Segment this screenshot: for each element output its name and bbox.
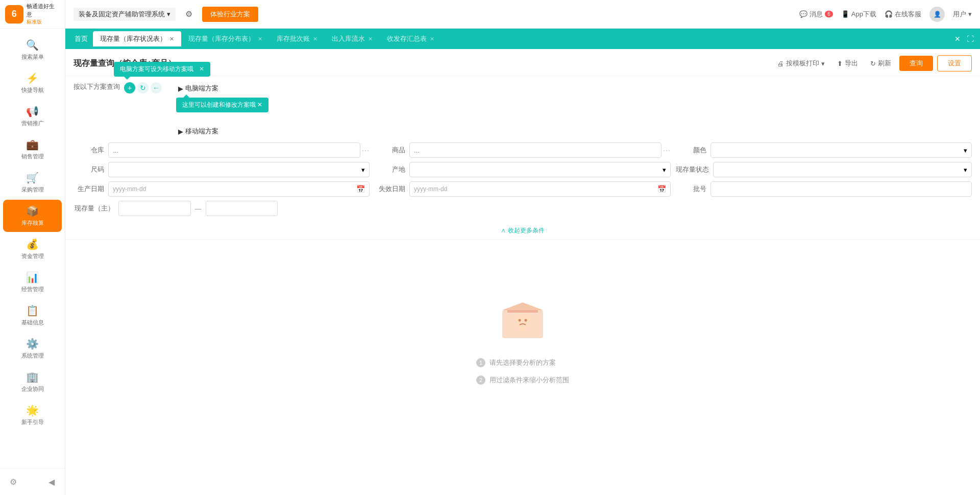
color-label: 颜色 <box>676 146 706 155</box>
avatar[interactable]: 👤 <box>929 7 945 22</box>
scheme-tooltip-pc-close[interactable]: ✕ <box>199 65 204 73</box>
warehouse-ellipsis[interactable]: ⋯ <box>361 146 370 155</box>
sidebar-item-finance[interactable]: 💰 资金管理 <box>3 233 62 265</box>
print-btn[interactable]: 🖨 按模板打印 ▾ <box>773 57 829 70</box>
industry-solution-btn[interactable]: 体验行业方案 <box>202 7 258 22</box>
newbie-icon: 🌟 <box>26 404 39 416</box>
tab-inventory-distribution[interactable]: 现存量（库存分布表） ✕ <box>181 31 270 46</box>
print-label: 按模板打印 <box>786 59 819 68</box>
user-label[interactable]: 用户 ▾ <box>953 10 972 19</box>
calendar-icon-expire[interactable]: 📅 <box>657 185 666 193</box>
empty-state: 1 请先选择要分析的方案 2 用过滤条件来缩小分析范围 <box>65 244 980 428</box>
stock-status-select[interactable]: ▾ <box>713 162 972 177</box>
chevron-down-icon: ▾ <box>167 10 170 18</box>
expire-date-input[interactable]: yyyy-mm-dd 📅 <box>409 181 671 197</box>
scheme-tooltip-create-text: 这里可以创建和修改方案哦 <box>182 101 256 108</box>
sidebar-item-search[interactable]: 🔍 搜索菜单 <box>3 34 62 66</box>
tab-inventory-status-close[interactable]: ✕ <box>169 36 174 42</box>
sidebar-label-sales: 销售管理 <box>21 153 44 160</box>
sidebar-item-marketing[interactable]: 📢 营销推广 <box>3 100 62 132</box>
sidebar-item-inventory[interactable]: 📦 库存核算 <box>3 200 62 232</box>
sidebar-item-operation[interactable]: 📊 经营管理 <box>3 266 62 298</box>
stock-range-max[interactable] <box>206 201 278 216</box>
origin-select[interactable]: ▾ <box>409 162 671 177</box>
warehouse-input[interactable] <box>108 143 360 158</box>
collapse-bar[interactable]: ∧ 收起更多条件 <box>65 222 980 240</box>
system-settings-btn[interactable]: ⚙ <box>181 6 197 22</box>
settings-btn-page[interactable]: 设置 <box>937 55 972 72</box>
sidebar-item-newbie[interactable]: 🌟 新手引导 <box>3 399 62 431</box>
sidebar-item-sales[interactable]: 💼 销售管理 <box>3 133 62 166</box>
inventory-icon: 📦 <box>26 205 39 217</box>
hint-num-2: 2 <box>476 375 485 385</box>
sidebar-item-purchase[interactable]: 🛒 采购管理 <box>3 167 62 199</box>
headset-icon: 🎧 <box>885 10 893 18</box>
header-right: 💬 消息 6 📱 App下载 🎧 在线客服 👤 用户 ▾ <box>799 7 972 22</box>
calendar-icon-produce[interactable]: 📅 <box>356 185 365 193</box>
pc-scheme-label: 电脑端方案 <box>185 84 218 93</box>
pc-scheme-arrow: ▶ <box>178 85 183 92</box>
add-scheme-btn[interactable]: + <box>124 82 135 93</box>
avatar-text: 👤 <box>934 11 941 18</box>
produce-date-input[interactable]: yyyy-mm-dd 📅 <box>108 181 370 197</box>
mobile-scheme-arrow: ▶ <box>178 128 183 135</box>
tab-batch-account-close[interactable]: ✕ <box>313 36 317 42</box>
system-selector[interactable]: 装备及固定资产辅助管理系统 ▾ <box>74 8 176 21</box>
tab-summary-label: 收发存汇总表 <box>387 34 427 43</box>
goods-input[interactable] <box>409 143 662 158</box>
stock-range-min[interactable] <box>118 201 191 216</box>
message-action[interactable]: 💬 消息 6 <box>799 10 833 19</box>
filter-stock-range-row: 现存量（主） — <box>74 201 278 216</box>
refresh-scheme-btn[interactable]: ↻ <box>137 82 149 93</box>
refresh-icon: ↻ <box>870 60 876 67</box>
scheme-node-mobile[interactable]: ▶ 移动端方案 <box>176 125 220 137</box>
filter-batch-row: 批号 <box>676 181 972 197</box>
sidebar-item-system[interactable]: ⚙️ 系统管理 <box>3 333 62 365</box>
size-select[interactable]: ▾ <box>108 162 370 177</box>
sidebar-footer: ⚙ ◀ <box>0 468 65 495</box>
tab-flow[interactable]: 出入库流水 ✕ <box>325 31 380 46</box>
collapse-sidebar-btn[interactable]: ◀ <box>44 475 59 489</box>
color-select[interactable]: ▾ <box>710 143 972 158</box>
query-btn[interactable]: 查询 <box>899 56 933 71</box>
sidebar-label-marketing: 营销推广 <box>21 120 44 127</box>
app-download-action[interactable]: 📱 App下载 <box>841 10 876 19</box>
range-dash: — <box>195 205 202 213</box>
scheme-tooltip-create-close[interactable]: ✕ <box>257 101 262 108</box>
print-chevron-icon: ▾ <box>821 60 825 67</box>
tab-inventory-status[interactable]: 现存量（库存状况表） ✕ <box>93 31 181 46</box>
stock-status-chevron-icon: ▾ <box>964 166 967 174</box>
export-label: 导出 <box>845 59 858 68</box>
sidebar-item-enterprise[interactable]: 🏢 企业协同 <box>3 366 62 398</box>
batch-input[interactable] <box>710 181 972 197</box>
refresh-label: 刷新 <box>878 59 891 68</box>
sidebar-item-quick-nav[interactable]: ⚡ 快捷导航 <box>3 67 62 99</box>
scheme-tree: ▶ 电脑端方案 这里可以创建和修改方案哦 ✕ ▶ 移动端方案 <box>176 82 220 137</box>
tab-home[interactable]: 首页 <box>69 31 93 46</box>
hint-num-1: 1 <box>476 358 485 367</box>
tab-inventory-status-label: 现存量（库存状况表） <box>100 34 166 43</box>
export-icon: ⬆ <box>837 60 843 67</box>
tab-summary-close[interactable]: ✕ <box>430 36 434 42</box>
online-service-action[interactable]: 🎧 在线客服 <box>885 10 921 19</box>
sidebar-item-basic[interactable]: 📋 基础信息 <box>3 299 62 332</box>
sidebar-label-newbie: 新手引导 <box>21 418 44 426</box>
tab-close-all-btn[interactable]: ✕ <box>952 33 963 45</box>
header-left: 装备及固定资产辅助管理系统 ▾ ⚙ 体验行业方案 <box>74 6 258 22</box>
refresh-btn[interactable]: ↻ 刷新 <box>866 57 895 70</box>
settings-footer-btn[interactable]: ⚙ <box>6 475 20 489</box>
goods-ellipsis[interactable]: ⋯ <box>663 146 671 155</box>
search-icon: 🔍 <box>26 39 39 51</box>
tab-batch-account[interactable]: 库存批次账 ✕ <box>270 31 325 46</box>
back-scheme-btn[interactable]: ← <box>151 82 162 93</box>
system-name: 装备及固定资产辅助管理系统 <box>79 10 165 19</box>
export-btn[interactable]: ⬆ 导出 <box>833 57 862 70</box>
tab-inventory-distribution-close[interactable]: ✕ <box>258 36 262 42</box>
tab-summary[interactable]: 收发存汇总表 ✕ <box>380 31 442 46</box>
collapse-icon: ∧ <box>501 227 506 234</box>
sidebar-label-operation: 经营管理 <box>21 286 44 293</box>
app-download-label: App下载 <box>851 10 876 19</box>
tab-fullscreen-btn[interactable]: ⛶ <box>965 33 976 45</box>
svg-point-2 <box>513 313 532 331</box>
tab-flow-close[interactable]: ✕ <box>368 36 373 42</box>
